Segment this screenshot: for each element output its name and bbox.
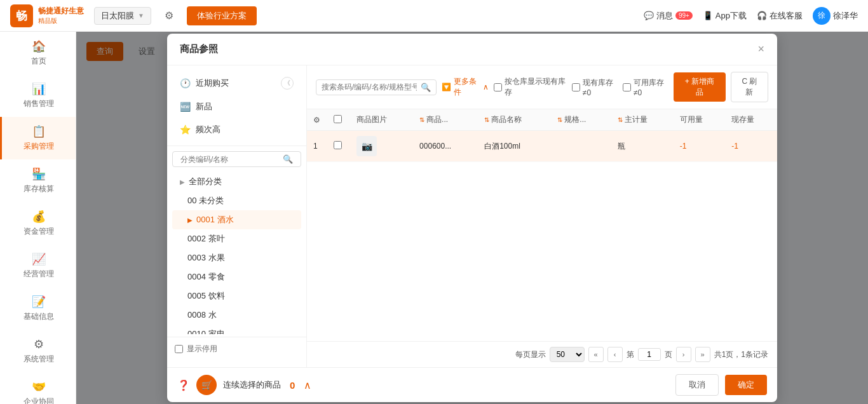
tree-item-all[interactable]: ▶ 全部分类 <box>172 172 301 191</box>
star-icon: ⭐ <box>180 125 191 135</box>
tree-item-appliances[interactable]: 0010 家电 <box>172 325 301 334</box>
add-product-button[interactable]: + 新增商品 <box>674 72 726 102</box>
product-image: 📷 <box>356 136 377 156</box>
tree-item-fruit[interactable]: 0003 水果 <box>172 248 301 267</box>
sidebar-item-资金管理[interactable]: 💰资金管理 <box>0 202 76 245</box>
collapse-icon[interactable]: 《 <box>281 77 294 90</box>
col-stock: 现存量 <box>725 109 777 131</box>
online-service-item[interactable]: 🎧 在线客服 <box>757 10 803 22</box>
sidebar-item-库存核算[interactable]: 🏪库存核算 <box>0 159 76 202</box>
col-code[interactable]: ⇅ 商品... <box>413 109 478 131</box>
show-disabled-checkbox[interactable] <box>175 345 183 353</box>
message-icon: 💬 <box>644 11 654 20</box>
modal-title: 商品参照 <box>180 43 218 55</box>
sidebar-label: 基础信息 <box>24 311 54 322</box>
prev-page-button[interactable]: ‹ <box>607 347 623 362</box>
sidebar-item-企业协同[interactable]: 🤝企业协同 <box>0 372 76 404</box>
available-nonzero-checkbox[interactable] <box>572 83 580 91</box>
category-search-input[interactable] <box>180 155 279 164</box>
footer-collapse-icon[interactable]: ∧ <box>304 379 311 391</box>
col-spec[interactable]: ⇅ 规格... <box>551 109 611 131</box>
tree-item-snacks[interactable]: 0004 零食 <box>172 267 301 286</box>
tab-recent-purchase[interactable]: 🕐 近期购买 《 <box>172 72 301 95</box>
cart-button[interactable]: 🛒 <box>196 375 217 395</box>
sidebar-icon: 📝 <box>32 295 46 309</box>
first-page-button[interactable]: « <box>588 347 604 362</box>
experience-btn[interactable]: 体验行业方案 <box>187 6 257 25</box>
sidebar-item-采购管理[interactable]: 📋采购管理 <box>0 117 76 159</box>
clock-icon: 🕐 <box>180 78 191 88</box>
selector-arrow-icon: ▼ <box>138 12 144 19</box>
product-search-box[interactable]: 🔍 <box>316 79 437 95</box>
pagination: 每页显示 50 10 20 100 « ‹ 第 页 <box>307 341 777 367</box>
cancel-button[interactable]: 取消 <box>675 374 719 396</box>
sidebar-icon: 🤝 <box>32 380 46 394</box>
search-submit-icon[interactable]: 🔍 <box>421 83 431 92</box>
tab-new-products[interactable]: 🆕 新品 <box>172 96 301 118</box>
last-page-button[interactable]: » <box>695 347 710 362</box>
page-size-select[interactable]: 50 10 20 100 <box>550 347 585 362</box>
tree-arrow-active-icon: ▶ <box>187 217 193 224</box>
modal-header: 商品参照 × <box>167 34 777 65</box>
sidebar-item-基础信息[interactable]: 📝基础信息 <box>0 287 76 330</box>
cell-checkbox[interactable] <box>327 131 350 162</box>
sidebar-label: 系统管理 <box>24 354 54 365</box>
col-available: 可用量 <box>674 109 726 131</box>
next-page-button[interactable]: › <box>676 347 691 362</box>
main-content: 查询 设置 刷新 商品参照 × 🕐 <box>76 32 868 404</box>
sidebar-label: 采购管理 <box>24 141 54 152</box>
cell-seq: 1 <box>307 131 327 162</box>
user-item[interactable]: 徐 徐泽华 <box>813 7 858 25</box>
category-search[interactable]: 🔍 <box>172 151 301 167</box>
sort-icon: ⇅ <box>557 116 562 123</box>
app-download-item[interactable]: 📱 App下载 <box>703 10 747 22</box>
sidebar-item-销售管理[interactable]: 📊销售管理 <box>0 74 76 117</box>
col-unit[interactable]: ⇅ 主计量 <box>611 109 674 131</box>
cell-code: 000600... <box>413 131 478 162</box>
sidebar-item-系统管理[interactable]: ⚙系统管理 <box>0 330 76 372</box>
tab-frequent[interactable]: ⭐ 频次高 <box>172 119 301 140</box>
help-icon[interactable]: ❓ <box>177 379 190 391</box>
app-icon: 📱 <box>703 11 713 20</box>
sidebar-label: 资金管理 <box>24 226 54 237</box>
filter-button[interactable]: 🔽 更多条件 ∧ <box>442 76 489 98</box>
sidebar-icon: 📊 <box>32 82 46 96</box>
sidebar-item-经营管理[interactable]: 📈经营管理 <box>0 245 76 287</box>
sidebar-label: 首页 <box>31 56 46 67</box>
modal-left-footer: 显示停用 <box>167 337 306 361</box>
row-checkbox[interactable] <box>334 141 342 149</box>
usable-nonzero-checkbox[interactable] <box>623 83 631 91</box>
cell-image: 📷 <box>350 131 413 162</box>
refresh-button[interactable]: C 刷新 <box>731 72 768 102</box>
sort-icon: ⇅ <box>484 116 489 123</box>
select-all-checkbox[interactable] <box>334 115 342 123</box>
sidebar-item-首页[interactable]: 🏠首页 <box>0 32 76 74</box>
col-checkbox[interactable] <box>327 109 350 131</box>
col-settings[interactable]: ⚙ <box>307 109 327 131</box>
sidebar-icon: 🏠 <box>32 39 46 53</box>
modal-close-button[interactable]: × <box>757 43 764 56</box>
warehouse-checkbox-group: 按仓库显示现有库存 <box>494 76 567 98</box>
tree-item-water[interactable]: 0008 水 <box>172 306 301 325</box>
page-number-input[interactable] <box>638 348 661 361</box>
cell-spec <box>551 131 611 162</box>
tree-item-beverages[interactable]: 0005 饮料 <box>172 286 301 306</box>
settings-col-icon: ⚙ <box>313 116 320 125</box>
col-name[interactable]: ⇅ 商品名称 <box>478 109 551 131</box>
tree-item-liquor[interactable]: ▶ 0001 酒水 <box>172 210 301 229</box>
settings-icon[interactable]: ⚙ <box>159 6 179 26</box>
tree-item-unclassified[interactable]: 00 未分类 <box>172 191 301 210</box>
cell-unit: 瓶 <box>611 131 674 162</box>
sidebar-icon: 🏪 <box>32 167 46 181</box>
cell-name: 白酒100ml <box>478 131 551 162</box>
message-item[interactable]: 💬 消息 99+ <box>644 10 693 22</box>
warehouse-checkbox[interactable] <box>494 83 502 91</box>
confirm-button[interactable]: 确定 <box>725 375 767 395</box>
company-selector[interactable]: 日太阳膜 ▼ <box>94 7 151 25</box>
category-tree: ▶ 全部分类 00 未分类 ▶ 0001 酒水 0002 茶 <box>167 172 306 334</box>
table-row[interactable]: 1 📷 000600... 白酒100ml <box>307 131 777 162</box>
show-disabled-label: 显示停用 <box>187 344 217 354</box>
product-search-input[interactable] <box>322 83 417 91</box>
tree-item-tea[interactable]: 0002 茶叶 <box>172 229 301 248</box>
select-count: 0 <box>290 380 295 391</box>
